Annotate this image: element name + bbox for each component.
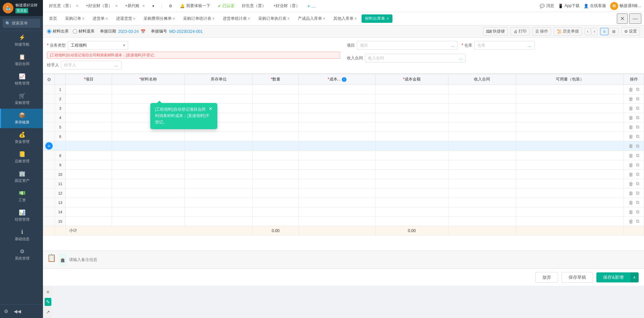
sidebar-item-caigouguanli[interactable]: 🛒 采购管理 xyxy=(0,89,43,109)
row-1-income-contract[interactable] xyxy=(448,85,516,94)
tab-caigoudingdan[interactable]: 采购订单 ✕ xyxy=(62,14,88,23)
radio-material-return[interactable]: 材料退库 xyxy=(73,29,95,34)
notes-input[interactable] xyxy=(69,254,640,266)
operations-button[interactable]: ☰ 操作 xyxy=(532,27,551,36)
prev-bill-button[interactable]: ‹ xyxy=(585,28,591,35)
close-window-button[interactable]: ✕ xyxy=(617,13,628,24)
sidebar-item-kucunhesuan[interactable]: 📦 库存核算 xyxy=(0,109,43,128)
row-10-copy-button[interactable]: ⧉ xyxy=(635,171,640,178)
row-13-copy-button[interactable]: ⧉ xyxy=(635,199,640,206)
collapse-sidebar-button[interactable]: ◀◀ xyxy=(12,307,22,315)
income-contract-dots-icon[interactable]: … xyxy=(459,56,463,60)
tab-cailiaochuku[interactable]: 材料出库单 ✕ xyxy=(362,14,392,23)
project-input[interactable]: 项目 … xyxy=(357,41,458,50)
row-8-delete-button[interactable]: 🗑 xyxy=(628,152,634,159)
row-13-delete-button[interactable]: 🗑 xyxy=(628,199,634,206)
row-9-copy-button[interactable]: ⧉ xyxy=(635,161,640,168)
row-2-project[interactable] xyxy=(66,94,112,104)
app-download-button[interactable]: 📱 App下载 xyxy=(558,3,580,9)
row-2-amount[interactable] xyxy=(375,94,448,104)
tab-chengpin-close[interactable]: ✕ xyxy=(323,17,325,20)
settings-button[interactable]: ⚙ 设置 xyxy=(621,27,640,36)
sidebar-item-xiaoshouguanli[interactable]: 📈 销售管理 xyxy=(0,70,43,89)
topbar-tab-experience[interactable]: 🔔 我要体验一下 xyxy=(176,2,214,10)
row-1-copy-button[interactable]: ⧉ xyxy=(635,86,640,93)
print-button[interactable]: 🖨 打印 xyxy=(511,27,530,36)
sidebar-item-jingyingguanli[interactable]: 📊 经营管理 xyxy=(0,206,43,225)
sidebar-item-zijinguanli[interactable]: 💰 资金管理 xyxy=(0,128,43,148)
topbar-tab-certified[interactable]: ✔ 已认证 xyxy=(214,2,238,10)
row-15-delete-button[interactable]: 🗑 xyxy=(628,218,634,225)
cost-info-icon[interactable]: i xyxy=(342,77,346,82)
sidebar-item-zongzhangguanli[interactable]: 📒 总账管理 xyxy=(0,148,43,167)
next-bill-button[interactable]: › xyxy=(591,28,597,35)
topbar-tab-more-btn[interactable]: + … xyxy=(304,2,319,10)
row-6-delete-button[interactable]: 🗑 xyxy=(628,133,634,140)
handler-dots-icon[interactable]: … xyxy=(114,63,118,67)
add-row-button[interactable]: + xyxy=(45,142,53,150)
col-settings[interactable]: ⚙ xyxy=(43,74,55,85)
row-2-income-contract[interactable] xyxy=(448,94,516,104)
topbar-tab-haoshengyi-close[interactable]: ✕ xyxy=(76,4,78,8)
row-12-copy-button[interactable]: ⧉ xyxy=(635,190,640,197)
row-5-delete-button[interactable]: 🗑 xyxy=(628,123,634,130)
calendar-icon[interactable]: 📅 xyxy=(141,29,146,34)
tab-tongji[interactable]: 采购订单统计表 ✕ xyxy=(180,14,218,23)
tab-caigoudingdan-close[interactable]: ✕ xyxy=(82,17,85,20)
row-11-copy-button[interactable]: ⧉ xyxy=(635,180,640,187)
list-view-button[interactable]: ≡ xyxy=(600,28,608,35)
user-avatar-button[interactable]: 畅 畅捷通8账... xyxy=(610,2,641,10)
radio-material-out[interactable]: 材料出库 xyxy=(47,29,69,34)
tab-feiyong-close[interactable]: ✕ xyxy=(172,17,175,20)
warehouse-dots-icon[interactable]: … xyxy=(528,43,532,48)
topbar-tab-settings[interactable]: ⚙ xyxy=(165,2,176,10)
topbar-tab-yidaizhang[interactable]: +易代账 ✕ xyxy=(122,2,148,10)
topbar-tab-plus-label[interactable]: +好业财（普） xyxy=(270,2,303,10)
row-1-qty[interactable] xyxy=(253,85,299,94)
row-8-copy-button[interactable]: ⧉ xyxy=(635,152,640,159)
row-4-delete-button[interactable]: 🗑 xyxy=(628,114,634,121)
radio-material-return-input[interactable] xyxy=(73,29,77,34)
tab-qtinku-close[interactable]: ✕ xyxy=(354,17,357,20)
sidebar-item-gongzi[interactable]: 💵 工资 xyxy=(0,187,43,206)
right-panel-edit-button[interactable]: ✎ xyxy=(45,298,51,306)
biz-type-input[interactable]: 工程领料 ▾ xyxy=(68,41,128,50)
settings-bottom-button[interactable]: ⚙ xyxy=(3,307,10,315)
discard-button[interactable]: 放弃 xyxy=(535,272,558,283)
minimize-window-button[interactable]: — xyxy=(629,13,641,24)
search-menu-button[interactable]: 🔍 搜索菜单 xyxy=(3,19,40,28)
right-panel-list-button[interactable]: ≡ xyxy=(45,288,50,296)
sidebar-item-xitongguanli[interactable]: ⚙ 系统管理 xyxy=(0,245,43,264)
handler-input[interactable]: 经手人 … xyxy=(61,61,121,69)
row-15-copy-button[interactable]: ⧉ xyxy=(635,218,640,225)
row-14-copy-button[interactable]: ⧉ xyxy=(635,208,640,215)
history-bills-button[interactable]: 📜 历史单据 xyxy=(554,27,582,36)
row-1-material[interactable] xyxy=(112,85,184,94)
grid-view-button[interactable]: ⊞ xyxy=(609,28,619,35)
column-settings-button[interactable]: ⚙ xyxy=(47,77,51,82)
row-10-delete-button[interactable]: 🗑 xyxy=(628,171,634,178)
tab-feiyong[interactable]: 采购费用分摊单 ✕ xyxy=(140,14,178,23)
row-3-delete-button[interactable]: 🗑 xyxy=(628,105,634,112)
message-button[interactable]: 💬 消息 xyxy=(540,3,554,9)
save-draft-button[interactable]: 保存草稿 xyxy=(561,272,593,283)
tab-jinhuodan-close[interactable]: ✕ xyxy=(105,17,108,20)
sidebar-item-gudingzichan[interactable]: 🏢 固定资产 xyxy=(0,167,43,187)
tab-cailiaochuku-close[interactable]: ✕ xyxy=(386,17,389,20)
row-11-delete-button[interactable]: 🗑 xyxy=(628,180,634,187)
topbar-tab-haoshengyi[interactable]: 好生意（普） ✕ xyxy=(46,2,82,10)
sidebar-item-jichuxxinxi[interactable]: ℹ 基础信息 xyxy=(0,225,43,245)
row-3-copy-button[interactable]: ⧉ xyxy=(635,105,640,112)
row-5-copy-button[interactable]: ⧉ xyxy=(635,123,640,130)
tab-zhixing[interactable]: 采购订单执行表 ✕ xyxy=(255,14,293,23)
row-9-delete-button[interactable]: 🗑 xyxy=(628,161,634,168)
row-6-copy-button[interactable]: ⧉ xyxy=(635,133,640,140)
row-2-cost[interactable] xyxy=(299,94,375,104)
row-7-delete-button[interactable]: 🗑 xyxy=(628,143,634,150)
row-1-delete-button[interactable]: 🗑 xyxy=(628,86,634,93)
tab-jinhuodan[interactable]: 进货单 ✕ xyxy=(89,14,111,23)
shortcut-keys-button[interactable]: ⌨ 快捷键 xyxy=(483,27,508,36)
tab-zhixing-close[interactable]: ✕ xyxy=(287,17,290,20)
row-2-material[interactable] xyxy=(112,94,184,104)
topbar-tab-good-biz[interactable]: 好生意（普） xyxy=(238,2,269,10)
